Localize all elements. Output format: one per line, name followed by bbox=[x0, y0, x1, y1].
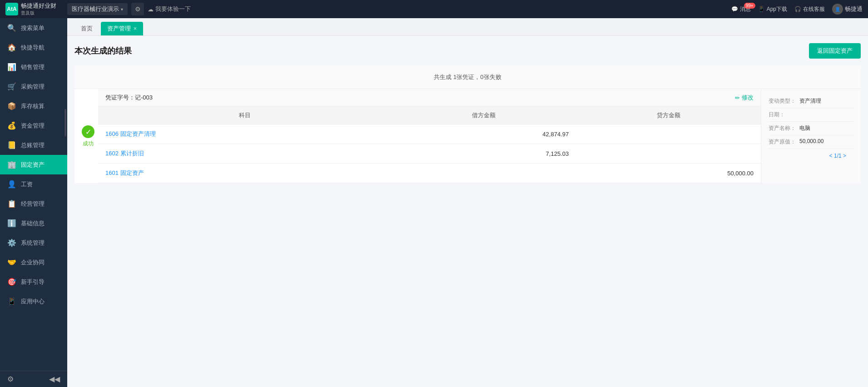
handshake-icon: 🤝 bbox=[7, 258, 16, 267]
home-icon: 🏠 bbox=[7, 43, 16, 52]
sidebar-item-system[interactable]: ⚙️ 系统管理 bbox=[0, 233, 67, 253]
table-row: 1606 固定资产清理 42,874.97 bbox=[98, 124, 761, 144]
company-name: 医疗器械行业演示 bbox=[72, 5, 119, 13]
sidebar-settings-icon[interactable]: ⚙ bbox=[7, 375, 14, 383]
sidebar-item-payroll[interactable]: 👤 工资 bbox=[0, 174, 67, 194]
return-button[interactable]: 返回固定资产 bbox=[809, 43, 861, 59]
tab-asset-mgmt-label: 资产管理 bbox=[107, 25, 131, 33]
edit-label: 修改 bbox=[742, 94, 754, 102]
tab-close-icon[interactable]: × bbox=[134, 25, 137, 32]
result-panel: 共生成 1张凭证，0张失败 ✓ 成功 凭证字号：记-003 bbox=[74, 66, 861, 183]
sidebar-item-label: 工资 bbox=[21, 180, 33, 189]
subject-cell-1: 1606 固定资产清理 bbox=[98, 124, 391, 144]
sidebar-item-guide[interactable]: 🎯 新手引导 bbox=[0, 272, 67, 292]
sidebar-item-label: 企业协同 bbox=[21, 258, 45, 267]
experience-label: 我要体验一下 bbox=[155, 5, 191, 13]
voucher-table: 科目 借方金额 贷方金额 1606 固定资产清理 42,874.97 bbox=[98, 107, 761, 183]
original-value-label: 资产原值： bbox=[769, 138, 796, 146]
subject-cell-2: 1602 累计折旧 bbox=[98, 144, 391, 164]
topbar-right: 💬 消息 99+ 📱 App下载 🎧 在线客服 👤 畅捷通 bbox=[731, 4, 863, 15]
box-icon: 📦 bbox=[7, 102, 16, 110]
sidebar-item-ledger[interactable]: 📒 总账管理 bbox=[0, 135, 67, 155]
pagination: < 1/1 > bbox=[769, 149, 853, 163]
app-download-label: App下载 bbox=[767, 5, 787, 13]
sidebar-item-purchase[interactable]: 🛒 采购管理 bbox=[0, 77, 67, 96]
main-layout: 🔍 搜索菜单 🏠 快捷导航 📊 销售管理 🛒 采购管理 📦 库存核算 💰 资金管… bbox=[0, 18, 868, 387]
sidebar-item-label: 系统管理 bbox=[21, 239, 45, 247]
sidebar-item-label: 快捷导航 bbox=[21, 44, 45, 52]
tab-asset-mgmt[interactable]: 资产管理 × bbox=[101, 22, 143, 35]
sidebar-item-cooperation[interactable]: 🤝 企业协同 bbox=[0, 253, 67, 272]
sidebar-item-quick-nav[interactable]: 🏠 快捷导航 bbox=[0, 38, 67, 57]
sidebar-item-label: 搜索菜单 bbox=[21, 24, 45, 32]
logo-sub: 普及版 bbox=[21, 10, 56, 16]
sidebar-collapse-icon[interactable]: ◀◀ bbox=[49, 375, 60, 383]
sidebar: 🔍 搜索菜单 🏠 快捷导航 📊 销售管理 🛒 采购管理 📦 库存核算 💰 资金管… bbox=[0, 18, 67, 387]
sidebar-item-inventory[interactable]: 📦 库存核算 bbox=[0, 96, 67, 116]
tab-home-label: 首页 bbox=[81, 25, 93, 32]
prev-page-button[interactable]: < bbox=[829, 153, 833, 159]
sidebar-item-search[interactable]: 🔍 搜索菜单 bbox=[0, 18, 67, 38]
sidebar-item-operations[interactable]: 📋 经营管理 bbox=[0, 194, 67, 213]
page-title: 本次生成的结果 bbox=[74, 45, 132, 56]
asset-name-value: 电脑 bbox=[799, 124, 810, 132]
company-selector[interactable]: 医疗器械行业演示 ▾ bbox=[67, 3, 128, 15]
sidebar-item-label: 基础信息 bbox=[21, 219, 45, 228]
logo-area: AtA 畅捷通好业财 普及版 bbox=[5, 2, 56, 16]
building-icon: 🏢 bbox=[7, 160, 16, 169]
sidebar-item-fixed-assets[interactable]: 🏢 固定资产 bbox=[0, 155, 67, 174]
online-support-label: 在线客服 bbox=[803, 5, 825, 13]
subject-cell-3: 1601 固定资产 bbox=[98, 164, 391, 183]
tab-bar: 首页 资产管理 × bbox=[67, 18, 868, 36]
app-download-button[interactable]: 📱 App下载 bbox=[758, 5, 787, 13]
sidebar-item-label: 应用中心 bbox=[21, 298, 45, 306]
message-icon: 💬 bbox=[731, 6, 738, 12]
original-value-row: 资产原值： 50,000.00 bbox=[769, 135, 853, 149]
date-row: 日期： bbox=[769, 108, 853, 122]
target-icon: 🎯 bbox=[7, 278, 16, 286]
chevron-down-icon: ▾ bbox=[121, 7, 123, 12]
success-label: 成功 bbox=[83, 140, 94, 148]
sidebar-item-label: 销售管理 bbox=[21, 63, 45, 71]
side-info-panel: 变动类型： 资产清理 日期： 资产名称： 电脑 资产原值： bbox=[761, 89, 861, 183]
online-support-button[interactable]: 🎧 在线客服 bbox=[794, 5, 825, 13]
tab-home[interactable]: 首页 bbox=[74, 22, 99, 35]
success-icon: ✓ bbox=[82, 125, 94, 138]
sidebar-item-label: 新手引导 bbox=[21, 278, 45, 286]
topbar-left: AtA 畅捷通好业财 普及版 医疗器械行业演示 ▾ ⚙ ☁ 我要体验一下 bbox=[5, 2, 191, 16]
headset-icon: 🎧 bbox=[794, 6, 801, 12]
person-icon: 👤 bbox=[7, 180, 16, 189]
cart-icon: 🛒 bbox=[7, 82, 16, 91]
voucher-main: 凭证字号：记-003 ✏ 修改 科目 借方金额 bbox=[98, 89, 761, 183]
experience-button[interactable]: ☁ 我要体验一下 bbox=[148, 5, 191, 13]
sidebar-item-label: 采购管理 bbox=[21, 83, 45, 91]
edit-button[interactable]: ✏ 修改 bbox=[735, 94, 754, 102]
sidebar-item-sales[interactable]: 📊 销售管理 bbox=[0, 57, 67, 77]
logo-abbr: AtA bbox=[7, 6, 16, 12]
messages-badge: 99+ bbox=[744, 3, 755, 9]
credit-cell-1 bbox=[576, 124, 761, 144]
system-icon: ⚙️ bbox=[7, 238, 16, 247]
asset-name-row: 资产名称： 电脑 bbox=[769, 122, 853, 135]
sidebar-item-label: 总账管理 bbox=[21, 141, 45, 149]
page-indicator: 1/1 bbox=[834, 153, 843, 159]
cloud-icon: ☁ bbox=[148, 6, 154, 13]
next-page-button[interactable]: > bbox=[843, 153, 846, 159]
sidebar-item-basic-info[interactable]: ℹ️ 基础信息 bbox=[0, 213, 67, 233]
sidebar-item-app-center[interactable]: 📱 应用中心 bbox=[0, 292, 67, 311]
logo-text: 畅捷通好业财 bbox=[21, 2, 56, 10]
settings-button[interactable]: ⚙ bbox=[131, 3, 144, 15]
status-cell: ✓ 成功 bbox=[74, 89, 98, 148]
user-area[interactable]: 👤 畅捷通 bbox=[832, 4, 863, 15]
table-row: 1602 累计折旧 7,125.03 bbox=[98, 144, 761, 164]
search-icon: 🔍 bbox=[7, 24, 16, 32]
debit-cell-1: 42,874.97 bbox=[391, 124, 576, 144]
sidebar-item-label: 固定资产 bbox=[21, 161, 45, 169]
sidebar-item-funds[interactable]: 💰 资金管理 bbox=[0, 116, 67, 135]
mobile-icon: 📱 bbox=[758, 6, 765, 12]
voucher-content: ✓ 成功 凭证字号：记-003 ✏ 修改 bbox=[74, 89, 761, 183]
info-icon: ℹ️ bbox=[7, 219, 16, 228]
messages-button[interactable]: 💬 消息 99+ bbox=[731, 5, 751, 13]
debit-cell-3 bbox=[391, 164, 576, 183]
app-icon: 📱 bbox=[7, 297, 16, 306]
